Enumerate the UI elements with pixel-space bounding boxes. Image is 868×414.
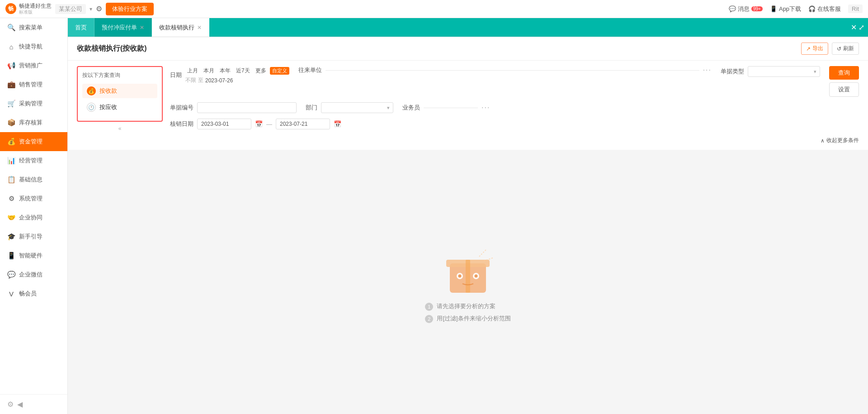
message-badge: 99+	[751, 6, 763, 11]
date-to-value: 2023-07-26	[205, 77, 233, 84]
sidebar-item-system[interactable]: ⚙ 系统管理	[0, 189, 67, 208]
docno-input[interactable]	[197, 102, 297, 113]
doctype-label: 单据类型	[721, 67, 744, 76]
tab-prepay[interactable]: 预付冲应付单 ✕	[94, 18, 152, 37]
filter-sidebar: 按以下方案查询 💰 按收款 🕐 按应收 «	[77, 66, 163, 150]
sidebar-label-hardware: 智能硬件	[19, 252, 42, 260]
sidebar-item-basic[interactable]: 📋 基础信息	[0, 170, 67, 189]
dept-select[interactable]	[321, 102, 393, 113]
counterpart-more-icon[interactable]: ···	[703, 66, 712, 74]
export-btn[interactable]: ↗ 导出	[801, 43, 828, 55]
logo: 畅 畅捷通好生意 标准版	[5, 3, 52, 14]
sidebar-collapse-icon[interactable]: ◀	[17, 400, 23, 409]
date-shortcuts: 上月 本月 本年 近7天 更多 自定义	[185, 66, 289, 76]
sidebar-item-quick-nav[interactable]: ⌂ 快捷导航	[0, 37, 67, 56]
basic-icon: 📋	[7, 176, 15, 184]
date-7days[interactable]: 近7天	[234, 66, 252, 76]
filter-option-by-receipt[interactable]: 💰 按收款	[82, 84, 157, 98]
tip-text-1: 请先选择要分析的方案	[437, 302, 495, 310]
sidebar-label-enterprise: 企业协同	[19, 214, 42, 222]
message-btn[interactable]: 💬 消息 99+	[729, 5, 763, 13]
brand-sub: 标准版	[19, 10, 52, 15]
tab-prepay-close-icon[interactable]: ✕	[140, 24, 144, 31]
sidebar-label-inventory: 库存核算	[19, 119, 42, 127]
doctype-select[interactable]	[748, 66, 820, 77]
collapse-more-btn[interactable]: ∧ 收起更多条件	[821, 137, 859, 144]
topbar-left: 畅 畅捷通好生意 标准版 某某公司 ▾ ⚙ 体验行业方案	[5, 3, 154, 15]
sidebar-item-enterprise[interactable]: 🤝 企业协同	[0, 208, 67, 227]
refresh-label: 刷新	[843, 45, 854, 52]
main-layout: 🔍 搜索菜单 ⌂ 快捷导航 📢 营销推广 💼 销售管理 🛒 采购管理 📦 库存核…	[0, 18, 868, 414]
date-last-month[interactable]: 上月	[185, 66, 200, 76]
page-title: 收款核销执行(按收款)	[77, 44, 147, 53]
tab-receivable-close-icon[interactable]: ✕	[197, 24, 202, 31]
date-more[interactable]: 更多	[254, 66, 268, 76]
date-this-year[interactable]: 本年	[218, 66, 232, 76]
sidebar: 🔍 搜索菜单 ⌂ 快捷导航 📢 营销推广 💼 销售管理 🛒 采购管理 📦 库存核…	[0, 18, 68, 414]
tab-bar-actions: ✕ ⤢	[847, 18, 868, 37]
verify-date-start-input[interactable]	[197, 119, 251, 129]
tab-receivable[interactable]: 收款核销执行 ✕	[152, 18, 209, 37]
verify-date-start-wrapper	[197, 119, 251, 129]
sidebar-settings-icon[interactable]: ⚙	[7, 400, 14, 409]
industry-btn[interactable]: 体验行业方案	[106, 3, 154, 15]
wechat-icon: 💬	[7, 271, 15, 279]
app-download-btn[interactable]: 📱 App下载	[770, 5, 801, 13]
filter-row-1: 日期 上月 本月 本年 近7天 更多 自定义 不限	[170, 66, 859, 97]
date-this-month[interactable]: 本月	[202, 66, 216, 76]
verify-date-start-calendar-icon[interactable]: 📅	[255, 120, 263, 128]
sidebar-item-search[interactable]: 🔍 搜索菜单	[0, 18, 67, 37]
app-icon: 📱	[770, 5, 777, 12]
filter-sidebar-collapse-btn[interactable]: «	[77, 125, 163, 132]
brand-info: 畅捷通好生意 标准版	[19, 3, 52, 14]
sidebar-item-inventory[interactable]: 📦 库存核算	[0, 113, 67, 132]
date-label: 日期	[170, 71, 182, 79]
company-chevron-icon[interactable]: ▾	[90, 6, 92, 12]
empty-tips: 1 请先选择要分析的方案 2 用[过滤]条件来缩小分析范围	[425, 302, 510, 323]
sidebar-label-search: 搜索菜单	[19, 24, 42, 32]
tab-home[interactable]: 首页	[68, 18, 94, 37]
sidebar-item-member[interactable]: V 畅会员	[0, 284, 67, 303]
online-service-btn[interactable]: 🎧 在线客服	[808, 5, 841, 13]
sidebar-item-sales[interactable]: 💼 销售管理	[0, 75, 67, 94]
tab-expand-btn[interactable]: ⤢	[859, 23, 864, 32]
sidebar-label-purchase: 采购管理	[19, 100, 42, 108]
service-label: 在线客服	[817, 5, 841, 13]
sales-icon: 💼	[7, 81, 15, 89]
tab-close-all-btn[interactable]: ✕	[851, 23, 857, 32]
date-no-limit: 不限	[185, 76, 196, 84]
company-selector[interactable]: 某某公司	[55, 4, 86, 14]
sidebar-item-operations[interactable]: 📊 经营管理	[0, 151, 67, 170]
sidebar-item-funds[interactable]: 💰 资金管理	[0, 132, 67, 151]
verify-date-end-calendar-icon[interactable]: 📅	[334, 120, 341, 128]
svg-point-5	[458, 275, 461, 278]
sidebar-item-wechat[interactable]: 💬 企业微信	[0, 265, 67, 284]
empty-tip-1: 1 请先选择要分析的方案	[425, 302, 510, 311]
settings-icon[interactable]: ⚙	[96, 5, 102, 13]
member-icon: V	[7, 290, 15, 298]
date-custom-badge[interactable]: 自定义	[270, 67, 289, 75]
sidebar-bottom: ⚙ ◀	[0, 394, 67, 414]
filter-option-by-receivable[interactable]: 🕐 按应收	[82, 100, 157, 114]
refresh-btn[interactable]: ↺ 刷新	[832, 43, 859, 55]
svg-rect-2	[466, 260, 470, 293]
filter-main: 日期 上月 本月 本年 近7天 更多 自定义 不限	[170, 66, 859, 150]
sidebar-item-purchase[interactable]: 🛒 采购管理	[0, 94, 67, 113]
verify-date-end-input[interactable]	[276, 119, 330, 129]
content: 首页 预付冲应付单 ✕ 收款核销执行 ✕ ✕ ⤢ 收款核销执行(按收款) ↗ 导…	[68, 18, 868, 414]
query-btn[interactable]: 查询	[829, 66, 859, 80]
empty-tip-2: 2 用[过滤]条件来缩小分析范围	[425, 314, 510, 323]
date-options: 上月 本月 本年 近7天 更多 自定义 不限 至 2023-07-26	[185, 66, 289, 84]
user-menu[interactable]: Rit	[848, 5, 863, 13]
topbar: 畅 畅捷通好生意 标准版 某某公司 ▾ ⚙ 体验行业方案 💬 消息 99+ 📱 …	[0, 0, 868, 18]
sidebar-item-marketing[interactable]: 📢 营销推广	[0, 56, 67, 75]
sidebar-item-beginner[interactable]: 🎓 新手引导	[0, 227, 67, 246]
funds-icon: 💰	[7, 138, 15, 146]
sidebar-item-hardware[interactable]: 📱 智能硬件	[0, 246, 67, 265]
by-receipt-label: 按收款	[99, 87, 117, 95]
settings-btn[interactable]: 设置	[829, 82, 859, 97]
date-filter: 日期 上月 本月 本年 近7天 更多 自定义 不限	[170, 66, 289, 84]
filter-section: 按以下方案查询 💰 按收款 🕐 按应收 «	[68, 61, 868, 150]
staff-more-icon[interactable]: ···	[481, 104, 490, 112]
search-icon: 🔍	[7, 24, 15, 32]
